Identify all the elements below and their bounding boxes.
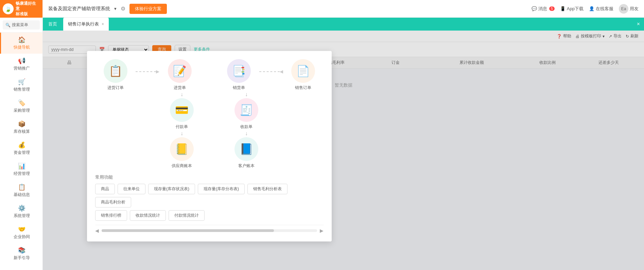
payment-bill-label: 付款单 (176, 124, 188, 130)
purchase-bill-icon: 📝 (173, 65, 187, 77)
arrow-down-receipt: ↓ (224, 130, 268, 137)
sidebar-item-basic[interactable]: 📋 基础信息 (0, 180, 42, 201)
flow-diagram: 📋 进货订单 ▶ 📝 进货单 (95, 59, 324, 169)
message-icon: 💬 (532, 6, 537, 11)
function-buttons-row-2: 销售排行榜 收款情况统计 付款情况统计 (95, 210, 324, 221)
arrow-down-payment: ↓ (160, 130, 204, 137)
func-btn-payment-stats[interactable]: 付款情况统计 (169, 210, 205, 221)
sidebar-item-operations[interactable]: 📊 经营管理 (0, 159, 42, 180)
experience-button[interactable]: 体验行业方案 (129, 4, 167, 14)
tabbar: 首页 销售订单执行表 × × (43, 18, 644, 31)
logo-area: 🍃 畅康通好生意 标准版 (0, 0, 42, 18)
sidebar-item-enterprise[interactable]: 🤝 企业协同 (0, 222, 42, 243)
flow-row-1: 📋 进货订单 ▶ 📝 进货单 (95, 59, 324, 91)
gear-icon: ⚙️ (18, 204, 25, 212)
func-btn-sales-rank[interactable]: 销售排行榜 (95, 210, 127, 221)
flow-node-customer-account: 📘 客户账本 (224, 137, 268, 169)
sidebar-item-sales[interactable]: 🛒 销售管理 (0, 75, 42, 96)
flow-node-sales-order: 📄 销售订单 (283, 59, 324, 91)
system-dropdown[interactable]: ▾ (114, 6, 117, 11)
func-btn-sales-gross[interactable]: 销售毛利分析表 (247, 184, 288, 194)
arrow-h-2: ◀ (259, 69, 283, 81)
dashed-arrow-1 (136, 71, 156, 72)
arrow-down-sales: ↓ (224, 91, 268, 97)
home-icon: 🏠 (18, 36, 25, 43)
payment-bill-circle[interactable]: 💳 (170, 98, 194, 122)
flow-node-receipt-bill: 🧾 收款单 (224, 98, 268, 130)
money-icon: 💰 (18, 141, 25, 149)
purchase-order-icon: 📋 (109, 65, 122, 77)
scrollbar-thumb[interactable] (102, 229, 274, 232)
system-title: 装备及固定资产辅助管理系统 (48, 6, 110, 12)
tab-sales-order[interactable]: 销售订单执行表 × (63, 18, 109, 31)
receipt-bill-label: 收款单 (240, 124, 253, 130)
arrow-right-1: ▶ (156, 69, 159, 74)
sales-order-icon: 📄 (296, 65, 310, 77)
purchase-order-circle[interactable]: 📋 (104, 59, 127, 83)
customer-account-label: 客户账本 (238, 163, 255, 169)
topbar: 装备及固定资产辅助管理系统 ▾ ⚙ 体验行业方案 💬 消息 5 📱 App下载 … (43, 0, 644, 18)
func-btn-stock-dist[interactable]: 现存量(库存分布表) (198, 184, 245, 194)
sidebar-item-system[interactable]: ⚙️ 系统管理 (0, 201, 42, 222)
func-btn-product-gross[interactable]: 商品毛利分析 (95, 197, 131, 208)
supplier-account-icon: 📒 (175, 143, 189, 156)
sidebar-item-guide[interactable]: 📚 新手引导 (0, 243, 42, 264)
book-icon: 📚 (18, 247, 25, 254)
func-btn-counterpart[interactable]: 往来单位 (118, 184, 145, 194)
logo-text: 畅康通好生意 标准版 (16, 1, 40, 17)
scroll-right-button[interactable]: ▶ (320, 228, 324, 233)
common-functions-title: 常用功能 (95, 174, 324, 180)
common-functions: 常用功能 商品 往来单位 现存量(库存状况表) 现存量(库存分布表) 销售毛利分… (95, 174, 324, 221)
sales-order-circle[interactable]: 📄 (291, 59, 315, 83)
receipt-bill-circle[interactable]: 🧾 (234, 98, 258, 122)
tab-home[interactable]: 首页 (43, 18, 63, 31)
payment-bill-icon: 💳 (175, 104, 189, 116)
sales-bill-label: 销货单 (233, 85, 245, 91)
app-download-button[interactable]: 📱 App下载 (560, 6, 584, 12)
function-buttons-row-1: 商品 往来单位 现存量(库存状况表) 现存量(库存分布表) 销售毛利分析表 商品… (95, 184, 324, 208)
user-area[interactable]: Ea 用友 (619, 4, 639, 14)
arrow-left-1: ◀ (280, 69, 283, 74)
flow-node-purchase-bill: 📝 进货单 (159, 59, 200, 91)
func-btn-product[interactable]: 商品 (95, 184, 115, 194)
close-all-tabs-button[interactable]: × (633, 18, 644, 31)
service-icon: 👤 (589, 6, 594, 11)
download-icon: 📱 (560, 6, 565, 11)
sidebar-item-purchase[interactable]: 🏷️ 采购管理 (0, 96, 42, 117)
sidebar-item-quick-nav[interactable]: 🏠 快捷导航 (0, 33, 42, 54)
search-menu-button[interactable]: 🔍 搜索菜单 (3, 20, 40, 30)
sidebar-item-marketing[interactable]: 📢 营销推广 (0, 54, 42, 75)
sidebar: 🍃 畅康通好生意 标准版 🔍 搜索菜单 🏠 快捷导航 📢 营销推广 🛒 (0, 0, 43, 270)
func-btn-receipt-stats[interactable]: 收款情况统计 (130, 210, 166, 221)
arrow-down-purchase: ↓ (160, 91, 204, 97)
message-button[interactable]: 💬 消息 5 (532, 6, 555, 12)
customer-account-icon: 📘 (240, 143, 253, 156)
sidebar-item-inventory[interactable]: 📦 库存核算 (0, 117, 42, 138)
scrollbar-track[interactable] (102, 229, 317, 232)
sidebar-item-finance[interactable]: 💰 资金管理 (0, 138, 42, 159)
tag-icon: 🏷️ (18, 99, 25, 107)
purchase-bill-label: 进货单 (174, 85, 186, 91)
chart-icon: 📊 (18, 162, 25, 170)
settings-icon[interactable]: ⚙ (121, 5, 125, 12)
flow-popup: 📋 进货订单 ▶ 📝 进货单 (87, 51, 332, 241)
tab-close-icon[interactable]: × (102, 22, 104, 26)
popup-scrollbar: ◀ ▶ (95, 225, 324, 233)
supplier-account-label: 供应商账本 (172, 163, 192, 169)
supplier-account-circle[interactable]: 📒 (170, 137, 194, 161)
flow-row-2: 💳 付款单 🧾 收款单 (95, 98, 324, 130)
chevron-down-icon: ▾ (114, 6, 117, 11)
scroll-left-button[interactable]: ◀ (95, 228, 99, 233)
func-btn-stock-status[interactable]: 现存量(库存状况表) (148, 184, 195, 194)
purchase-order-label: 进货订单 (107, 85, 124, 91)
flow-node-payment-bill: 💳 付款单 (160, 98, 204, 130)
purchase-bill-circle[interactable]: 📝 (168, 59, 192, 83)
search-icon: 🔍 (5, 23, 11, 28)
online-service-button[interactable]: 👤 在线客服 (589, 6, 613, 12)
close-all-icon: × (637, 21, 640, 27)
flow-node-purchase-order: 📋 进货订单 (95, 59, 136, 91)
sales-bill-icon: 📑 (232, 65, 246, 77)
sidebar-nav: 🏠 快捷导航 📢 营销推广 🛒 销售管理 🏷️ 采购管理 📦 库存核算 💰 (0, 33, 42, 270)
customer-account-circle[interactable]: 📘 (234, 137, 258, 161)
sales-bill-circle[interactable]: 📑 (227, 59, 251, 83)
